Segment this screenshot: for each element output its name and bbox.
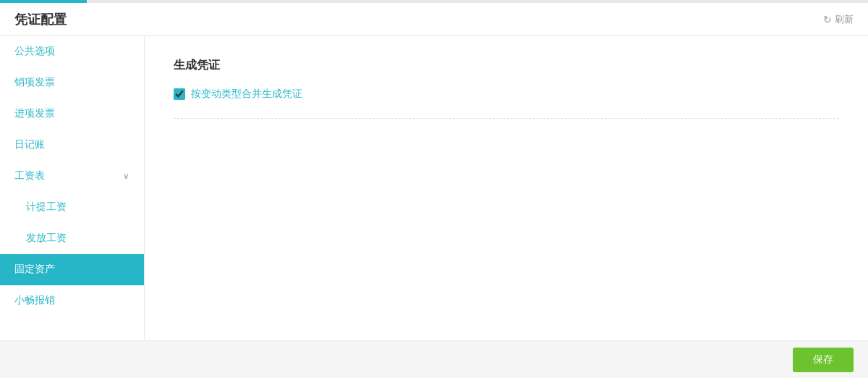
sidebar: 公共选项销项发票进项发票日记账工资表∨计提工资发放工资固定资产小畅报销: [0, 36, 145, 340]
sidebar-label-public: 公共选项: [14, 45, 55, 58]
sidebar-label-purchase-invoice: 进项发票: [14, 107, 55, 120]
refresh-button[interactable]: ↻ 刷新: [823, 13, 854, 26]
sidebar-item-payroll-commission[interactable]: 计提工资: [0, 192, 144, 223]
sidebar-item-payroll[interactable]: 工资表∨: [0, 161, 144, 192]
checkbox-row: 按变动类型合并生成凭证: [174, 88, 839, 101]
content-area: 生成凭证 按变动类型合并生成凭证: [145, 36, 868, 340]
refresh-icon: ↻: [823, 14, 832, 25]
sidebar-label-payroll-issue: 发放工资: [26, 232, 67, 245]
sidebar-label-payroll: 工资表: [14, 169, 45, 182]
main-content: 公共选项销项发票进项发票日记账工资表∨计提工资发放工资固定资产小畅报销 生成凭证…: [0, 36, 868, 340]
sidebar-item-purchase-invoice[interactable]: 进项发票: [0, 98, 144, 130]
merge-checkbox[interactable]: [174, 88, 185, 100]
sidebar-label-payroll-commission: 计提工资: [26, 201, 67, 214]
page-title: 凭证配置: [14, 11, 67, 28]
sidebar-label-fixed-assets: 固定资产: [14, 263, 55, 276]
sidebar-label-expense: 小畅报销: [14, 294, 55, 307]
page-header: 凭证配置 ↻ 刷新: [0, 3, 868, 36]
top-bar-active-indicator: [0, 0, 87, 3]
merge-checkbox-label[interactable]: 按变动类型合并生成凭证: [191, 88, 302, 101]
page-footer: 保存: [0, 340, 868, 378]
sidebar-item-sales-invoice[interactable]: 销项发票: [0, 67, 144, 98]
sidebar-label-journal: 日记账: [14, 138, 45, 151]
save-button[interactable]: 保存: [793, 348, 854, 372]
top-bar: [0, 0, 868, 3]
sidebar-item-fixed-assets[interactable]: 固定资产: [0, 254, 144, 285]
sidebar-item-public[interactable]: 公共选项: [0, 36, 144, 67]
section-title: 生成凭证: [174, 58, 839, 73]
sidebar-item-payroll-issue[interactable]: 发放工资: [0, 223, 144, 254]
sidebar-item-journal[interactable]: 日记账: [0, 130, 144, 161]
sidebar-item-expense[interactable]: 小畅报销: [0, 285, 144, 316]
sidebar-label-sales-invoice: 销项发票: [14, 76, 55, 89]
section-divider: [174, 118, 839, 119]
chevron-down-icon: ∨: [123, 171, 129, 181]
refresh-label: 刷新: [835, 13, 854, 26]
